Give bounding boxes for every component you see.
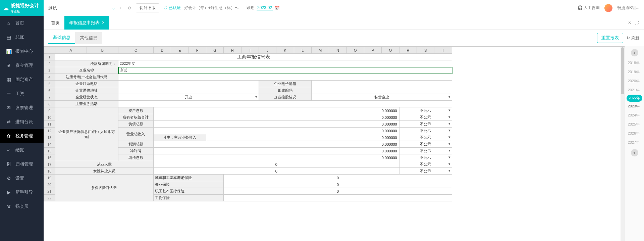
nav-icon: ✉ (6, 105, 11, 110)
calendar-icon: 📅 (275, 6, 280, 10)
close-icon[interactable]: ✕ (102, 20, 105, 25)
year-down-icon[interactable]: ▼ (631, 149, 638, 156)
column-header[interactable]: S (417, 47, 434, 54)
sidebar-item[interactable]: ▦固定资产 (0, 73, 44, 87)
company-name-cell[interactable]: 测试 (118, 67, 452, 74)
sidebar-item[interactable]: 📊报表中心 (0, 44, 44, 58)
period-selector[interactable]: 账期 2023-02 📅 (247, 5, 280, 11)
column-header[interactable]: A (55, 47, 87, 54)
sidebar: ☁ 畅捷通好会计 专业版 ⌂首页▤总账📊报表中心¥资金管理▦固定资产☰工资✉发票… (0, 0, 44, 241)
year-item[interactable]: 2020年 (627, 77, 642, 86)
sidebar-item[interactable]: ✿税务管理 (0, 129, 44, 143)
gear-icon[interactable]: ⚙ (127, 6, 131, 10)
column-header[interactable]: F (189, 47, 206, 54)
column-header[interactable]: R (399, 47, 417, 54)
sidebar-item[interactable]: ¥资金管理 (0, 58, 44, 73)
nav-icon: ⇄ (6, 119, 11, 125)
period-value: 2023-02 (257, 5, 273, 10)
column-header[interactable]: L (294, 47, 311, 54)
column-header[interactable]: O (346, 47, 364, 54)
brand-logo: ☁ 畅捷通好会计 专业版 (0, 0, 44, 16)
company-selector[interactable]: 测试 ⌄ (48, 5, 115, 11)
sidebar-item[interactable]: ⚙设置 (0, 171, 44, 185)
column-header[interactable]: B (87, 47, 118, 54)
column-header[interactable]: G (206, 47, 223, 54)
year-item[interactable]: 2025年 (627, 120, 642, 129)
year-item[interactable]: 2026年 (627, 129, 642, 138)
year-panel: ▲ 2018年2019年2020年2021年2022年2023年2024年202… (625, 46, 644, 241)
brand-edition: 专业版 (11, 9, 39, 14)
column-header[interactable]: D (153, 47, 171, 54)
sidebar-item[interactable]: ⇄进销台账 (0, 115, 44, 129)
year-item[interactable]: 2024年 (627, 111, 642, 120)
scrollbar[interactable] (621, 47, 625, 241)
sidebar-item[interactable]: 🗄归档管理 (0, 157, 44, 171)
nav-icon: ✓ (6, 147, 11, 153)
sidebar-item[interactable]: ☰工资 (0, 87, 44, 101)
nav-icon: ▤ (6, 35, 11, 40)
nav-icon: ⌂ (6, 20, 11, 26)
chevron-down-icon: ▾ (255, 95, 257, 99)
column-header[interactable]: M (311, 47, 329, 54)
column-header[interactable]: C (118, 47, 154, 54)
column-header[interactable]: J (259, 47, 276, 54)
content-toolbar: 基础信息 其他信息 重置报表 ↻ 刷新 (44, 30, 644, 46)
nav-icon: ⚙ (6, 176, 11, 181)
sidebar-item[interactable]: ✉发票管理 (0, 101, 44, 115)
column-header[interactable]: P (364, 47, 382, 54)
year-up-icon[interactable]: ▲ (631, 49, 638, 56)
spreadsheet[interactable]: ABCDEFGHIJKLMNOPQRST 1工商年报信息表 2税款所属期间：20… (44, 46, 625, 241)
sidebar-item[interactable]: ♛畅会员 (0, 199, 44, 213)
expand-icon[interactable]: ⛶ (635, 20, 639, 25)
cloud-icon: ☁ (3, 5, 9, 11)
nav-icon: 📊 (6, 49, 11, 54)
brand-name: 畅捷通好会计 (11, 3, 39, 9)
sidebar-item[interactable]: ✓结账 (0, 143, 44, 157)
refresh-button[interactable]: ↻ 刷新 (627, 35, 639, 41)
year-item[interactable]: 2019年 (627, 67, 642, 77)
nav-icon: ▦ (6, 77, 11, 82)
column-header[interactable]: E (171, 47, 189, 54)
column-header[interactable]: Q (382, 47, 399, 54)
year-item[interactable]: 2023年 (627, 102, 642, 111)
company-name: 测试 (48, 5, 57, 11)
column-header[interactable]: H (224, 47, 241, 54)
user-name[interactable]: 畅捷通B组... (617, 5, 639, 11)
product-info: 好会计（专）+好生意（标）+... (184, 5, 240, 11)
subtab-basic[interactable]: 基础信息 (48, 32, 75, 44)
refresh-icon: ↻ (627, 36, 630, 40)
nav-icon: ☰ (6, 91, 11, 96)
year-item[interactable]: 2021年 (627, 86, 642, 95)
sheet-title: 工商年报信息表 (55, 54, 452, 60)
reset-button[interactable]: 重置报表 (597, 33, 623, 43)
chevron-down-icon: ⌄ (112, 5, 115, 10)
subtab-other[interactable]: 其他信息 (75, 32, 102, 44)
column-header[interactable] (44, 47, 55, 54)
tabs-bar: 首页 年报信息申报表 ✕ ✕ ⛶ (44, 16, 644, 30)
close-all-icon[interactable]: ✕ (628, 20, 631, 25)
sidebar-item[interactable]: ⌂首页 (0, 16, 44, 30)
nav-icon: 🗄 (6, 161, 11, 167)
column-header[interactable]: I (241, 47, 259, 54)
nav-icon: ▶ (6, 190, 11, 195)
nav-icon: ♛ (6, 204, 11, 209)
chevron-down-icon: ▾ (448, 95, 450, 99)
column-header[interactable]: T (434, 47, 452, 54)
nav-icon: ✿ (6, 133, 11, 139)
year-item[interactable]: 2018年 (627, 58, 642, 67)
tab-annual-report[interactable]: 年报信息申报表 ✕ (64, 16, 109, 30)
column-header[interactable]: N (329, 47, 346, 54)
period-label: 账期 (247, 5, 255, 11)
column-header[interactable]: K (276, 47, 294, 54)
year-item[interactable]: 2022年 (627, 95, 642, 102)
year-item[interactable]: 2027年 (627, 138, 642, 147)
tab-home[interactable]: 首页 (46, 16, 64, 30)
support-link[interactable]: 🎧 人工咨询 (578, 5, 600, 11)
sidebar-item[interactable]: ▤总账 (0, 30, 44, 44)
sidebar-item[interactable]: ▶新手引导 (0, 185, 44, 199)
switch-old-button[interactable]: 切到旧版 (136, 3, 159, 12)
add-icon[interactable]: ＋ (119, 5, 123, 11)
certified-badge: 🛡 已认证 (163, 5, 181, 11)
topbar: 测试 ⌄ ＋ ⚙ 切到旧版 🛡 已认证 好会计（专）+好生意（标）+... 账期… (44, 0, 644, 16)
avatar[interactable] (604, 4, 612, 12)
